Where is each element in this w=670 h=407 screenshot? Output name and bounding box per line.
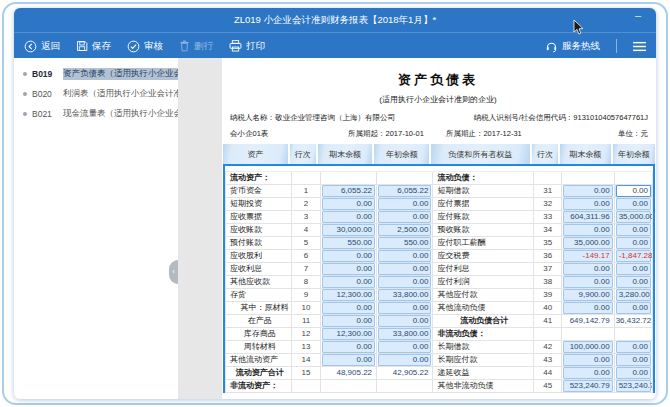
amount-cell[interactable]: 33,800.00	[377, 327, 433, 340]
toolbar-button-1[interactable]: 返回	[24, 40, 60, 53]
amount-input[interactable]: 0.00	[616, 224, 651, 236]
amount-input[interactable]: 604,311.96	[563, 211, 612, 223]
amount-cell[interactable]: 6,055.22	[320, 184, 376, 197]
toolbar-button-3[interactable]: 审核	[127, 40, 163, 53]
amount-input[interactable]: 0.00	[563, 354, 612, 366]
amount-input[interactable]: 0.00	[322, 263, 375, 275]
amount-cell[interactable]: 12,300.00	[320, 327, 376, 340]
amount-cell[interactable]: 0.00	[320, 353, 376, 366]
amount-input[interactable]: 0.00	[616, 341, 651, 353]
amount-cell[interactable]: 0.00	[377, 301, 433, 314]
amount-input[interactable]: 9,900.00	[563, 289, 612, 301]
amount-input[interactable]: 3,280.00	[616, 289, 651, 301]
amount-cell[interactable]: 0.00	[614, 353, 652, 366]
amount-input[interactable]: 523,240.79	[616, 380, 651, 392]
amount-input[interactable]: 0.00	[322, 198, 375, 210]
amount-cell[interactable]: 0.00	[614, 275, 652, 288]
amount-input[interactable]: 6,055.22	[322, 185, 375, 197]
amount-cell[interactable]: 0.00	[614, 301, 652, 314]
amount-cell[interactable]: 0.00	[614, 366, 652, 379]
amount-cell[interactable]: 0.00	[320, 275, 376, 288]
amount-cell[interactable]: 3,280.00	[614, 288, 652, 301]
amount-input[interactable]: 0.00	[616, 263, 651, 275]
amount-input[interactable]: 6,055.22	[378, 185, 431, 197]
amount-cell[interactable]: 604,311.96	[562, 210, 614, 223]
amount-cell[interactable]: 0.00	[377, 275, 433, 288]
amount-input[interactable]: 523,240.79	[563, 380, 612, 392]
amount-cell[interactable]: 0.00	[614, 236, 652, 249]
amount-input[interactable]: 33,800.00	[378, 289, 431, 301]
amount-input[interactable]: 0.00	[616, 354, 651, 366]
amount-input[interactable]: 35,000.00	[563, 237, 612, 249]
amount-input[interactable]: 0.00	[322, 354, 375, 366]
amount-cell[interactable]: 0.00	[320, 314, 376, 327]
amount-input[interactable]: 550.00	[322, 237, 375, 249]
amount-input[interactable]: 0.00	[378, 276, 431, 288]
amount-cell[interactable]: 523,240.79	[562, 379, 614, 392]
amount-cell[interactable]: 6,055.22	[377, 184, 433, 197]
amount-input[interactable]: 0.00	[322, 276, 375, 288]
minimize-icon[interactable]: –	[632, 10, 644, 22]
amount-cell[interactable]: -1,847.28	[614, 249, 652, 262]
amount-input[interactable]: 0.00	[563, 185, 612, 197]
amount-input[interactable]: 0.00	[563, 263, 612, 275]
amount-input[interactable]: 0.00	[378, 302, 431, 314]
amount-cell[interactable]: 550.00	[377, 236, 433, 249]
amount-cell[interactable]: 35,000.00	[614, 210, 652, 223]
amount-input[interactable]: 0.00	[563, 302, 612, 314]
amount-input[interactable]: -149.17	[563, 250, 612, 262]
amount-cell[interactable]: 0.00	[320, 210, 376, 223]
amount-cell[interactable]: 0.00	[320, 197, 376, 210]
amount-input[interactable]: 0.00	[616, 302, 651, 314]
amount-input[interactable]: 0.00	[378, 263, 431, 275]
amount-cell[interactable]: 0.00	[614, 223, 652, 236]
amount-cell[interactable]: 0.00	[562, 366, 614, 379]
amount-input[interactable]: 0.00	[322, 250, 375, 262]
toolbar-button-5[interactable]: 打印	[229, 40, 265, 53]
sidebar-item-b021[interactable]: B021现金流量表（适用执行小企业会计准则	[14, 104, 178, 124]
sidebar-item-b019[interactable]: B019资产负债表（适用执行小企业会计准则	[14, 64, 178, 84]
amount-cell[interactable]: 0.00	[562, 353, 614, 366]
amount-cell[interactable]: 0.00	[614, 184, 652, 197]
amount-cell[interactable]: 0.00	[562, 197, 614, 210]
amount-cell[interactable]: 0.00	[377, 353, 433, 366]
amount-cell[interactable]: 0.00	[562, 275, 614, 288]
amount-cell[interactable]: 0.00	[377, 314, 433, 327]
amount-input[interactable]: 100,000.00	[563, 341, 612, 353]
amount-input[interactable]: 12,300.00	[322, 328, 375, 340]
sidebar-collapse-handle[interactable]: ‹	[169, 260, 178, 284]
amount-input-focused[interactable]: 0.00	[616, 185, 651, 197]
amount-input[interactable]: 30,000.00	[322, 224, 375, 236]
amount-input[interactable]: 0.00	[616, 276, 651, 288]
amount-input[interactable]: 0.00	[563, 276, 612, 288]
amount-input[interactable]: 12,300.00	[322, 289, 375, 301]
amount-input[interactable]: 0.00	[322, 211, 375, 223]
amount-cell[interactable]: 0.00	[562, 223, 614, 236]
amount-cell[interactable]: 0.00	[614, 197, 652, 210]
amount-cell[interactable]: 30,000.00	[320, 223, 376, 236]
amount-cell[interactable]: 523,240.79	[614, 379, 652, 392]
amount-cell[interactable]: 0.00	[377, 249, 433, 262]
hamburger-menu-icon[interactable]	[633, 41, 646, 52]
amount-input[interactable]: 0.00	[616, 367, 651, 379]
amount-input[interactable]: 550.00	[378, 237, 431, 249]
amount-cell[interactable]: 0.00	[377, 197, 433, 210]
amount-cell[interactable]: 0.00	[614, 262, 652, 275]
amount-input[interactable]: -1,847.28	[616, 250, 651, 262]
amount-cell[interactable]: 0.00	[562, 301, 614, 314]
amount-input[interactable]: 0.00	[378, 211, 431, 223]
amount-cell[interactable]: 0.00	[377, 262, 433, 275]
amount-cell[interactable]: 35,000.00	[562, 236, 614, 249]
service-hotline-button[interactable]: 服务热线	[545, 40, 600, 53]
toolbar-button-2[interactable]: 保存	[76, 40, 111, 53]
amount-cell[interactable]: 100,000.00	[562, 340, 614, 353]
amount-cell[interactable]: 12,300.00	[320, 288, 376, 301]
amount-input[interactable]: 35,000.00	[616, 211, 651, 223]
amount-input[interactable]: 0.00	[378, 250, 431, 262]
amount-input[interactable]: 0.00	[563, 198, 612, 210]
amount-cell[interactable]: -149.17	[562, 249, 614, 262]
amount-cell[interactable]: 0.00	[320, 262, 376, 275]
amount-cell[interactable]: 0.00	[562, 184, 614, 197]
amount-cell[interactable]: 9,900.00	[562, 288, 614, 301]
amount-cell[interactable]: 0.00	[377, 340, 433, 353]
